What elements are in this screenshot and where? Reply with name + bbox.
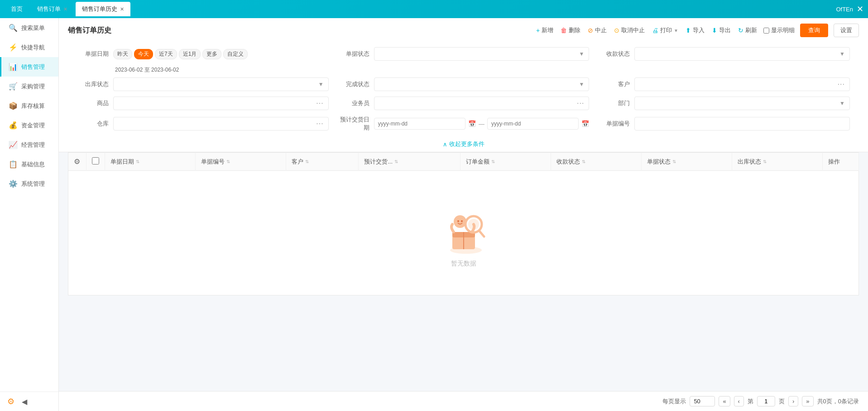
show-details-checkbox-label[interactable]: 显示明细 (763, 26, 795, 34)
refresh-button[interactable]: ↻ 刷新 (737, 24, 758, 36)
sidebar-item-system[interactable]: ⚙️ 系统管理 (0, 174, 58, 193)
stop-button[interactable]: ⊘ 中止 (587, 24, 608, 36)
page-header: 销售订单历史 + 新增 🗑 删除 ⊘ 中止 ⊙ (59, 18, 868, 152)
page-label: 第 (748, 397, 753, 406)
calendar-from-icon[interactable]: 📅 (468, 120, 476, 127)
sidebar-item-finance[interactable]: 💰 资金管理 (0, 116, 58, 135)
sidebar-item-operations[interactable]: 📈 经营管理 (0, 135, 58, 155)
salesperson-dots-icon: ··· (577, 99, 584, 107)
outbound-chevron: ▼ (318, 81, 324, 87)
query-button[interactable]: 查询 (800, 24, 828, 37)
collapse-bar[interactable]: ∧ 收起更多条件 (77, 137, 850, 152)
last-page-button[interactable]: » (802, 396, 813, 406)
page-number-input[interactable] (757, 396, 775, 406)
badge-today[interactable]: 今天 (134, 49, 153, 59)
sidebar-settings-icon[interactable]: ⚙ (7, 396, 14, 406)
th-receipt-status[interactable]: 收款状态 ⇅ (551, 153, 641, 171)
sidebar-collapse-icon[interactable]: ◀ (22, 397, 27, 406)
collapse-up-icon: ∧ (443, 141, 447, 148)
refresh-icon: ↻ (738, 27, 743, 34)
sidebar-item-search-menu[interactable]: 🔍 搜索菜单 (0, 18, 58, 38)
filter-completion-status: 完成状态 ▼ (338, 77, 590, 91)
table-settings-icon[interactable]: ⚙ (74, 158, 80, 165)
table-area: ⚙ 单据日期 ⇅ 单据编号 (59, 152, 868, 391)
badge-7days[interactable]: 近7天 (155, 49, 177, 59)
cancel-stop-button[interactable]: ⊙ 取消中止 (613, 24, 646, 36)
filter-row-1: 单据日期 昨天 今天 近7天 近1月 更多 自定义 (77, 47, 850, 66)
completion-status-select[interactable]: ▼ (374, 77, 590, 91)
filter-department: 部门 ▼ (598, 97, 850, 110)
delivery-date-to[interactable] (487, 118, 579, 130)
th-customer[interactable]: 客户 ⇅ (286, 153, 359, 171)
filter-product: 商品 ··· (77, 97, 329, 110)
sort-receipt-icon: ⇅ (582, 159, 585, 164)
next-page-button[interactable]: › (788, 396, 798, 406)
th-order-status[interactable]: 单据状态 ⇅ (641, 153, 732, 171)
export-button[interactable]: ⬇ 导出 (711, 24, 732, 36)
th-number[interactable]: 单据编号 ⇅ (196, 153, 286, 171)
filter-date: 单据日期 昨天 今天 近7天 近1月 更多 自定义 (77, 47, 329, 61)
sort-number-icon: ⇅ (226, 159, 230, 164)
basic-info-icon: 📋 (9, 160, 18, 169)
first-page-button[interactable]: « (719, 396, 730, 406)
completion-chevron: ▼ (579, 81, 584, 87)
order-number-input[interactable] (634, 117, 850, 131)
date-range-row: 2023-06-02 至 2023-06-02 (77, 66, 850, 74)
page-size-select[interactable]: 10 20 50 100 (690, 396, 715, 406)
th-delivery[interactable]: 预计交货... ⇅ (359, 153, 460, 171)
print-button[interactable]: 🖨 打印 ▼ (651, 24, 679, 36)
sidebar-item-purchase[interactable]: 🛒 采购管理 (0, 77, 58, 96)
sort-customer-icon: ⇅ (305, 159, 309, 164)
sidebar-item-sales[interactable]: 📊 销售管理 (0, 57, 58, 77)
sort-delivery-icon: ⇅ (394, 159, 398, 164)
filter-row-4: 仓库 ··· 预计交货日期 📅 — 📅 (77, 116, 850, 137)
sidebar-item-basic-info[interactable]: 📋 基础信息 (0, 155, 58, 174)
delivery-date-from[interactable] (374, 118, 465, 130)
th-operation: 操作 (823, 153, 859, 171)
empty-illustration (441, 207, 486, 252)
badge-yesterday[interactable]: 昨天 (113, 49, 132, 59)
receipt-status-label: 收款状态 (598, 50, 634, 58)
import-button[interactable]: ⬆ 导入 (685, 24, 705, 36)
order-status-select[interactable]: ▼ (374, 47, 590, 61)
department-select[interactable]: ▼ (634, 97, 850, 110)
show-details-checkbox[interactable] (763, 28, 769, 34)
select-all-checkbox[interactable] (92, 157, 99, 164)
order-number-label: 单据编号 (598, 120, 634, 128)
badge-custom[interactable]: 自定义 (223, 49, 248, 59)
close-history-icon[interactable]: ✕ (120, 6, 124, 12)
close-sales-order-icon[interactable]: ✕ (63, 6, 67, 12)
salesperson-input[interactable]: ··· (374, 97, 590, 110)
th-outbound-status[interactable]: 出库状态 ⇅ (732, 153, 822, 171)
outbound-status-select[interactable]: ▼ (113, 77, 329, 91)
date-badge-group: 昨天 今天 近7天 近1月 更多 自定义 (113, 49, 248, 59)
tab-home[interactable]: 首页 (5, 2, 29, 16)
filter-order-number: 单据编号 (598, 116, 850, 132)
data-table: ⚙ 单据日期 ⇅ 单据编号 (68, 152, 859, 295)
warehouse-label: 仓库 (77, 120, 113, 128)
new-button[interactable]: + 新增 (535, 24, 554, 36)
badge-1month[interactable]: 近1月 (179, 49, 201, 59)
customer-input[interactable]: ··· (634, 77, 850, 91)
filter-outbound-status: 出库状态 ▼ (77, 77, 329, 91)
th-amount[interactable]: 订单金额 ⇅ (460, 153, 551, 171)
filter-warehouse: 仓库 ··· (77, 116, 329, 132)
customer-dots-icon: ··· (838, 80, 845, 88)
warehouse-input[interactable]: ··· (113, 117, 329, 131)
receipt-status-select[interactable]: ▼ (634, 47, 850, 61)
calendar-to-icon[interactable]: 📅 (581, 120, 589, 127)
settings-button[interactable]: 设置 (834, 24, 859, 37)
filter-area: 单据日期 昨天 今天 近7天 近1月 更多 自定义 (68, 42, 859, 152)
filter-receipt-status: 收款状态 ▼ (598, 47, 850, 61)
close-window-icon[interactable]: ✕ (857, 4, 863, 14)
sidebar-item-inventory[interactable]: 📦 库存核算 (0, 96, 58, 116)
sort-date-icon: ⇅ (136, 159, 139, 164)
sidebar-item-quick-nav[interactable]: ⚡ 快捷导航 (0, 38, 58, 57)
product-input[interactable]: ··· (113, 97, 329, 110)
badge-more[interactable]: 更多 (202, 49, 221, 59)
tab-sales-order[interactable]: 销售订单 ✕ (31, 2, 74, 16)
prev-page-button[interactable]: ‹ (734, 396, 744, 406)
tab-sales-order-history[interactable]: 销售订单历史 ✕ (76, 2, 130, 16)
th-date[interactable]: 单据日期 ⇅ (105, 153, 196, 171)
delete-button[interactable]: 🗑 删除 (560, 24, 581, 36)
